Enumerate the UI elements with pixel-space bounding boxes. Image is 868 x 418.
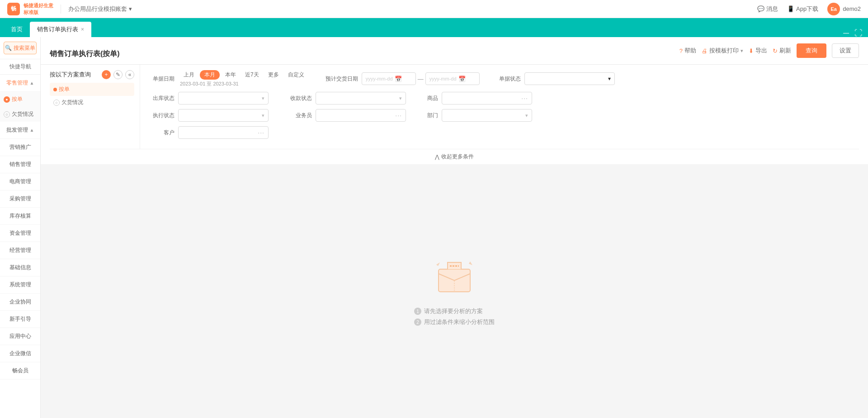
ship-dropdown-icon: ▾ bbox=[262, 95, 264, 101]
date-range-text: 2023-03-01 至 2023-03-31 bbox=[180, 81, 308, 87]
date-tab-more[interactable]: 更多 bbox=[264, 70, 283, 80]
exec-status-label: 执行状态 bbox=[147, 112, 175, 119]
scheme-dot-icon bbox=[53, 88, 57, 91]
username-label: demo2 bbox=[843, 5, 861, 12]
date-tab-custom[interactable]: 自定义 bbox=[284, 70, 308, 80]
product-label: 商品 bbox=[422, 95, 438, 102]
maximize-btn[interactable]: ⛶ bbox=[854, 29, 863, 37]
date-tab-last7[interactable]: 近7天 bbox=[241, 70, 263, 80]
scheme-actions: + ✎ « bbox=[102, 70, 134, 79]
salesperson-input[interactable]: ··· bbox=[316, 109, 406, 122]
settings-btn[interactable]: 设置 bbox=[832, 43, 859, 58]
owe-icon: ○ bbox=[53, 100, 60, 106]
collapse-scheme-btn[interactable]: « bbox=[125, 70, 134, 79]
sidebar-item-sales[interactable]: 销售管理 bbox=[0, 156, 40, 173]
sidebar-item-ecommerce[interactable]: 电商管理 bbox=[0, 173, 40, 190]
filter-row-4: 客户 ··· bbox=[147, 126, 859, 139]
sidebar-item-basic[interactable]: 基础信息 bbox=[0, 259, 40, 276]
sidebar-sub-item-owe[interactable]: ○ 欠货情况 bbox=[0, 107, 40, 122]
dept-select[interactable]: ▾ bbox=[442, 109, 532, 122]
date-tab-current-year[interactable]: 本年 bbox=[222, 70, 240, 80]
sidebar-item-system[interactable]: 系统管理 bbox=[0, 276, 40, 294]
refresh-btn[interactable]: ↻ 刷新 bbox=[773, 47, 791, 55]
sidebar-item-retail[interactable]: 零售管理 ▲ bbox=[0, 75, 40, 92]
customer-input[interactable]: ··· bbox=[178, 126, 269, 139]
date-separator: — bbox=[418, 76, 424, 82]
help-btn[interactable]: ? 帮助 bbox=[679, 47, 696, 55]
sidebar-sub-item-order[interactable]: ● 按单 bbox=[0, 92, 40, 107]
sidebar-item-marketing[interactable]: 营销推广 bbox=[0, 139, 40, 156]
status-dropdown-icon: ▾ bbox=[608, 76, 611, 82]
recv-status-select[interactable]: ▾ bbox=[316, 92, 406, 104]
tab-close-icon[interactable]: × bbox=[81, 26, 84, 33]
date-to-input[interactable]: yyyy-mm-dd 📅 bbox=[425, 72, 480, 85]
empty-state: 1 请先选择要分析的方案 2 用过滤条件来缩小分析范围 bbox=[50, 171, 859, 411]
filter-field-customer: 客户 ··· bbox=[147, 126, 269, 139]
export-btn[interactable]: ⬇ 导出 bbox=[749, 47, 767, 55]
export-icon: ⬇ bbox=[749, 48, 754, 54]
scheme-item-order[interactable]: 按单 bbox=[50, 83, 134, 96]
query-btn[interactable]: 查询 bbox=[797, 43, 826, 58]
filter-field-single-date: 单据日期 上月 本月 本年 近7天 更多 自定义 20 bbox=[147, 70, 308, 87]
topbar: 畅 畅捷通好生意 标准版 办公用品行业模拟账套 ▾ 💬 消息 📱 App下载 E… bbox=[0, 0, 868, 18]
page-actions: ? 帮助 🖨 按模板打印 ▾ ⬇ 导出 ↻ 刷新 查询 设置 bbox=[679, 43, 859, 64]
product-input[interactable]: ··· bbox=[442, 92, 532, 104]
sidebar-item-operation[interactable]: 经营管理 bbox=[0, 242, 40, 259]
sidebar-item-newbie[interactable]: 新手引导 bbox=[0, 311, 40, 328]
sidebar-item-quicknav[interactable]: 快捷导航 bbox=[0, 59, 40, 75]
app-download-btn[interactable]: 📱 App下载 bbox=[787, 5, 818, 13]
collapse-arrow-icon: ⋀ bbox=[435, 154, 439, 160]
user-menu[interactable]: Ea demo2 bbox=[827, 3, 861, 15]
message-btn[interactable]: 💬 消息 bbox=[757, 5, 778, 13]
collapse-more-btn[interactable]: ⋀ 收起更多条件 bbox=[50, 149, 859, 164]
dept-label: 部门 bbox=[422, 112, 438, 119]
dept-dropdown-icon: ▾ bbox=[525, 113, 528, 119]
sidebar-item-finance[interactable]: 资金管理 bbox=[0, 225, 40, 242]
filter-field-ship-status: 出库状态 ▾ bbox=[147, 92, 269, 104]
ship-status-select[interactable]: ▾ bbox=[178, 92, 269, 104]
topbar-title[interactable]: 办公用品行业模拟账套 ▾ bbox=[68, 5, 132, 13]
date-tab-current-month[interactable]: 本月 bbox=[200, 70, 220, 80]
sidebar-item-wholesale[interactable]: 批发管理 ▲ bbox=[0, 122, 40, 139]
template-print-btn[interactable]: 🖨 按模板打印 ▾ bbox=[702, 47, 743, 55]
date-tabs: 上月 本月 本年 近7天 更多 自定义 bbox=[180, 70, 308, 80]
filter-field-recv-status: 收款状态 ▾ bbox=[285, 92, 406, 104]
edit-scheme-btn[interactable]: ✎ bbox=[113, 70, 123, 79]
minimize-btn[interactable]: ─ bbox=[843, 29, 849, 37]
filter-scheme-panel: 按以下方案查询 + ✎ « bbox=[50, 65, 140, 149]
date-from-input[interactable]: yyyy-mm-dd 📅 bbox=[362, 72, 416, 85]
sidebar-item-enterprise[interactable]: 企业协同 bbox=[0, 294, 40, 311]
content-area: 销售订单执行表(按单) ? 帮助 🖨 按模板打印 ▾ ⬇ 导出 ↻ 刷新 bbox=[41, 37, 868, 418]
sidebar-item-purchase[interactable]: 采购管理 bbox=[0, 190, 40, 208]
topbar-right: 💬 消息 📱 App下载 Ea demo2 bbox=[757, 3, 861, 15]
status-select[interactable]: ▾ bbox=[524, 72, 615, 85]
exec-status-select[interactable]: ▾ bbox=[178, 109, 269, 122]
main-layout: 🔍 搜索菜单 快捷导航 零售管理 ▲ ● 按单 ○ 欠货情况 批发管理 ▲ bbox=[0, 37, 868, 418]
date-tab-last-month[interactable]: 上月 bbox=[180, 70, 198, 80]
sidebar-item-wechat[interactable]: 企业微信 bbox=[0, 345, 40, 362]
single-date-label: 单据日期 bbox=[147, 75, 175, 83]
collapse-icon: « bbox=[128, 71, 132, 78]
topbar-left: 畅 畅捷通好生意 标准版 办公用品行业模拟账套 ▾ bbox=[7, 2, 132, 15]
tab-home[interactable]: 首页 bbox=[4, 22, 30, 37]
filter-main: 单据日期 上月 本月 本年 近7天 更多 自定义 20 bbox=[140, 65, 859, 149]
recv-dropdown-icon: ▾ bbox=[399, 95, 402, 101]
tab-sales-exec[interactable]: 销售订单执行表 × bbox=[30, 22, 91, 37]
sidebar-search: 🔍 搜索菜单 bbox=[0, 37, 40, 59]
salesperson-more-icon: ··· bbox=[395, 112, 402, 119]
calendar-from-icon: 📅 bbox=[395, 76, 402, 82]
logo-icon: 畅 bbox=[7, 3, 20, 15]
filter-field-dept: 部门 ▾ bbox=[422, 109, 532, 122]
owe-dot-icon: ○ bbox=[4, 111, 10, 118]
scheme-item-owe[interactable]: ○ 欠货情况 bbox=[50, 96, 134, 109]
add-scheme-btn[interactable]: + bbox=[102, 70, 111, 79]
filter-area: 按以下方案查询 + ✎ « bbox=[41, 65, 868, 164]
mobile-icon: 📱 bbox=[787, 5, 794, 12]
sidebar: 🔍 搜索菜单 快捷导航 零售管理 ▲ ● 按单 ○ 欠货情况 批发管理 ▲ bbox=[0, 37, 41, 418]
page-title: 销售订单执行表(按单) bbox=[50, 49, 120, 59]
topbar-title-arrow[interactable]: ▾ bbox=[129, 5, 132, 12]
sidebar-item-appstore[interactable]: 应用中心 bbox=[0, 328, 40, 345]
sidebar-item-member[interactable]: 畅会员 bbox=[0, 362, 40, 380]
search-menu-btn[interactable]: 🔍 搜索菜单 bbox=[4, 42, 37, 54]
sidebar-item-inventory[interactable]: 库存核算 bbox=[0, 208, 40, 225]
